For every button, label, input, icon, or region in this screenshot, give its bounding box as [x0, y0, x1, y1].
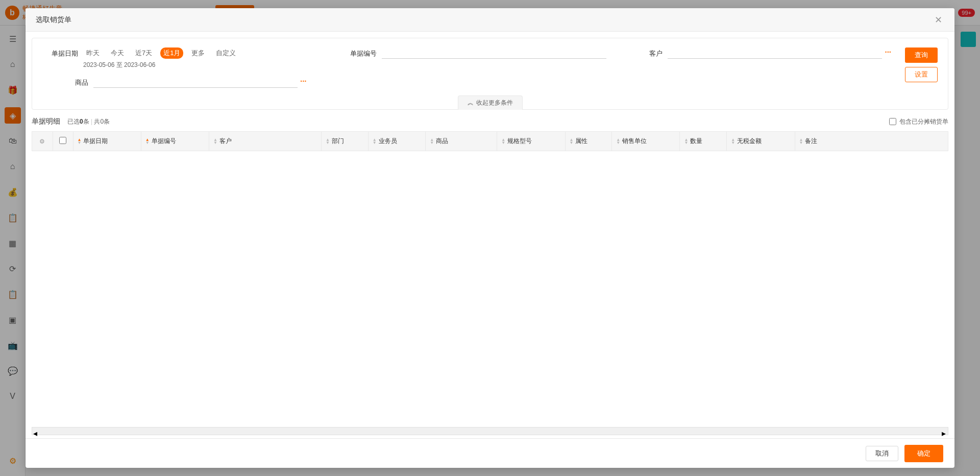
filter-row-1: 单据日期 昨天 今天 近7天 近1月 更多 自定义 2023 — [42, 47, 938, 69]
date-sep: 至 — [116, 61, 122, 68]
detail-header: 单据明细 已选0条 | 共0条 包含已分摊销货单 — [26, 110, 954, 131]
col-salesperson[interactable]: ▲▼业务员 — [368, 132, 425, 151]
modal-body: 单据日期 昨天 今天 近7天 近1月 更多 自定义 2023 — [26, 32, 954, 438]
sort-icon: ▲▼ — [799, 138, 803, 145]
col-date[interactable]: ▲▼单据日期 — [73, 132, 141, 151]
date-options: 昨天 今天 近7天 近1月 更多 自定义 2023-05-06 至 2023-0… — [83, 47, 239, 69]
col-untaxed[interactable]: ▲▼无税金额 — [727, 132, 795, 151]
modal-overlay: 选取销货单 ✕ 单据日期 昨天 今天 近7天 近1月 更多 — [0, 0, 980, 476]
sort-icon: ▲▼ — [145, 138, 150, 145]
date-tab-more[interactable]: 更多 — [188, 47, 208, 59]
close-icon[interactable]: ✕ — [933, 12, 944, 28]
scroll-right-icon[interactable]: ▸ — [942, 429, 947, 434]
date-tab-yesterday[interactable]: 昨天 — [83, 47, 103, 59]
date-label: 单据日期 — [42, 47, 83, 58]
docno-label: 单据编号 — [341, 47, 382, 58]
table-wrap: ⚙ ▲▼单据日期 ▲▼单据编号 ▲▼客户 ▲▼部门 ▲▼业务员 ▲▼商品 ▲▼规… — [32, 131, 948, 151]
sort-icon: ▲▼ — [78, 138, 82, 145]
cancel-button[interactable]: 取消 — [866, 446, 898, 461]
filter-actions: 查询 设置 — [905, 47, 938, 82]
collapse-label: 收起更多条件 — [476, 99, 513, 107]
product-input[interactable] — [93, 77, 298, 88]
product-picker-icon[interactable]: ··· — [298, 77, 309, 85]
filter-panel: 单据日期 昨天 今天 近7天 近1月 更多 自定义 2023 — [32, 38, 948, 110]
filter-product: 商品 ··· — [42, 77, 309, 88]
sort-icon: ▲▼ — [570, 138, 574, 145]
query-button[interactable]: 查询 — [905, 47, 938, 63]
date-tabs: 昨天 今天 近7天 近1月 更多 自定义 — [83, 47, 239, 59]
collapse-button[interactable]: ︽ 收起更多条件 — [458, 96, 523, 110]
table-header-row: ⚙ ▲▼单据日期 ▲▼单据编号 ▲▼客户 ▲▼部门 ▲▼业务员 ▲▼商品 ▲▼规… — [32, 132, 948, 151]
chevron-up-icon: ︽ — [468, 99, 474, 107]
col-customer[interactable]: ▲▼客户 — [209, 132, 322, 151]
customer-input[interactable] — [668, 47, 882, 59]
date-tab-today[interactable]: 今天 — [108, 47, 127, 59]
product-label: 商品 — [42, 77, 93, 87]
modal-title: 选取销货单 — [36, 15, 71, 25]
col-attribute[interactable]: ▲▼属性 — [565, 132, 612, 151]
filter-docno: 单据编号 — [341, 47, 606, 59]
customer-picker-icon[interactable]: ··· — [882, 47, 894, 56]
col-qty[interactable]: ▲▼数量 — [680, 132, 727, 151]
date-from: 2023-05-06 — [83, 61, 114, 68]
select-sales-order-modal: 选取销货单 ✕ 单据日期 昨天 今天 近7天 近1月 更多 — [26, 8, 954, 468]
horizontal-scrollbar[interactable]: ◂ ▸ — [32, 427, 948, 435]
sort-icon: ▲▼ — [326, 138, 330, 145]
date-range: 2023-05-06 至 2023-06-06 — [83, 61, 239, 69]
date-tab-last7[interactable]: 近7天 — [132, 47, 155, 59]
filter-customer: 客户 ··· — [627, 47, 894, 59]
sort-icon: ▲▼ — [373, 138, 377, 145]
spacer — [26, 151, 954, 427]
col-docno[interactable]: ▲▼单据编号 — [141, 132, 209, 151]
sort-icon: ▲▼ — [731, 138, 735, 145]
collapse-bar: ︽ 收起更多条件 — [42, 95, 938, 109]
column-settings-icon[interactable]: ⚙ — [32, 132, 53, 151]
scroll-left-icon[interactable]: ◂ — [33, 429, 38, 434]
col-spec[interactable]: ▲▼规格型号 — [497, 132, 565, 151]
include-distributed-checkbox[interactable] — [889, 118, 896, 125]
sort-icon: ▲▼ — [430, 138, 434, 145]
date-tab-last1m[interactable]: 近1月 — [160, 47, 183, 59]
modal-header: 选取销货单 ✕ — [26, 8, 954, 32]
col-sales-unit[interactable]: ▲▼销售单位 — [612, 132, 680, 151]
docno-input[interactable] — [382, 47, 606, 59]
col-remark[interactable]: ▲▼备注 — [795, 132, 948, 151]
confirm-button[interactable]: 确定 — [904, 445, 943, 462]
column-checkbox — [53, 132, 73, 151]
detail-table: ⚙ ▲▼单据日期 ▲▼单据编号 ▲▼客户 ▲▼部门 ▲▼业务员 ▲▼商品 ▲▼规… — [32, 132, 948, 151]
settings-button[interactable]: 设置 — [905, 67, 938, 82]
detail-title: 单据明细 — [32, 117, 60, 126]
sort-icon: ▲▼ — [213, 138, 217, 145]
detail-count: 已选0条 | 共0条 — [67, 117, 110, 126]
include-distributed-label: 包含已分摊销货单 — [899, 117, 948, 126]
date-to: 2023-06-06 — [124, 61, 155, 68]
modal-footer: 取消 确定 — [26, 438, 954, 468]
select-all-checkbox[interactable] — [59, 137, 66, 144]
sort-icon: ▲▼ — [501, 138, 505, 145]
sort-icon: ▲▼ — [616, 138, 620, 145]
col-product[interactable]: ▲▼商品 — [426, 132, 497, 151]
sort-icon: ▲▼ — [684, 138, 688, 145]
include-distributed-wrap[interactable]: 包含已分摊销货单 — [889, 117, 948, 126]
customer-label: 客户 — [627, 47, 668, 58]
filter-date: 单据日期 昨天 今天 近7天 近1月 更多 自定义 2023 — [42, 47, 239, 69]
date-tab-custom[interactable]: 自定义 — [213, 47, 239, 59]
filter-row-2: 商品 ··· — [42, 77, 938, 88]
col-dept[interactable]: ▲▼部门 — [322, 132, 369, 151]
